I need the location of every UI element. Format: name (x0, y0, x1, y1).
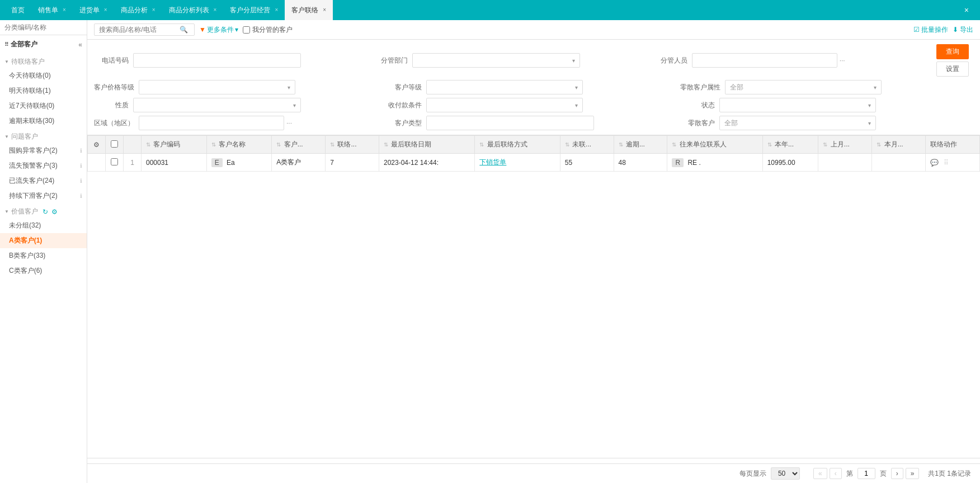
payment-select[interactable]: ▾ (426, 98, 583, 112)
sidebar-item-7day-pending[interactable]: 近7天待联络(0) (0, 98, 87, 113)
sidebar-root-header[interactable]: ⠿ 全部客户 « (0, 35, 87, 54)
col-last-method[interactable]: ⇅ 最后联络方式 (475, 136, 560, 154)
col-customer-type[interactable]: ⇅ 客户... (272, 136, 326, 154)
select-all-checkbox[interactable] (111, 140, 118, 148)
sidebar-search-input[interactable] (4, 23, 87, 31)
filter-cell-customer-grade: 客户等级 ▾ (387, 80, 680, 94)
region-input[interactable] (139, 116, 284, 130)
price-grade-select[interactable]: ▾ (139, 80, 295, 94)
page-navigation: « ‹ 第 页 › » (813, 468, 919, 479)
batch-op-label: 批量操作 (921, 25, 948, 35)
table-header-row: ⚙ ⇅ 客户编码 ⇅ 客户名称 (88, 136, 980, 154)
export-button[interactable]: ⬇ 导出 (953, 25, 973, 35)
sidebar-item-overdue-pending[interactable]: 逾期未联络(30) (0, 113, 87, 129)
nav-tab-analysis[interactable]: 商品分析 × (114, 0, 162, 20)
sidebar-group-value[interactable]: ▼ 价值客户 ↻ ⚙ (0, 203, 87, 218)
sidebar-group-problem[interactable]: ▼ 问题客户 (0, 129, 87, 143)
close-customer-contact-tab[interactable]: × (323, 0, 326, 20)
value-group-refresh[interactable]: ↻ (43, 208, 48, 216)
col-code-label: 客户编码 (153, 140, 180, 148)
nav-home[interactable]: 首页 (4, 0, 31, 20)
name-avatar: E (211, 158, 223, 167)
row-last-method: 下销货单 (475, 154, 560, 172)
col-contact-count[interactable]: ⇅ 联络... (326, 136, 379, 154)
col-actions: 联络动作 (926, 136, 980, 154)
sidebar-item-today-pending[interactable]: 今天待联络(0) (0, 68, 87, 83)
status-label: 状态 (680, 101, 719, 110)
col-no-contact[interactable]: ⇅ 未联... (560, 136, 614, 154)
page-size-select[interactable]: 50 (771, 467, 800, 480)
col-this-year[interactable]: ⇅ 本年... (762, 136, 818, 154)
name-text: Ea (227, 159, 235, 167)
col-last-date[interactable]: ⇅ 最后联络日期 (379, 136, 474, 154)
nav-tab-analysis-list[interactable]: 商品分析列表 × (162, 0, 224, 20)
first-page-button[interactable]: « (813, 468, 827, 479)
sidebar-item-class-a[interactable]: A类客户(1) (0, 233, 87, 248)
close-salesorder-tab[interactable]: × (63, 0, 66, 20)
last-page-button[interactable]: » (906, 468, 920, 479)
dept-select[interactable]: ▾ (412, 53, 580, 68)
col-customer-name[interactable]: ⇅ 客户名称 (206, 136, 272, 154)
filter-mine-checkbox[interactable] (243, 26, 250, 34)
close-analysis-list-tab[interactable]: × (214, 0, 217, 20)
close-customer-tier-tab[interactable]: × (275, 0, 278, 20)
nature-select[interactable]: ▾ (133, 98, 301, 112)
sidebar-item-declining-customer[interactable]: 持续下滑客户(2) ℹ (0, 188, 87, 203)
customer-type-input[interactable] (426, 116, 594, 130)
gear-icon[interactable]: ⚙ (93, 141, 100, 149)
nav-tab-salesorder[interactable]: 销售单 × (31, 0, 73, 20)
prev-page-button[interactable]: ‹ (830, 468, 842, 479)
status-select[interactable]: ▾ (719, 98, 876, 112)
sidebar-item-ungrouped[interactable]: 未分组(32) (0, 218, 87, 233)
row-no-contact: 55 (560, 154, 614, 172)
sidebar-item-class-b[interactable]: B类客户(33) (0, 248, 87, 263)
filter-search-icon[interactable]: 🔍 (180, 26, 188, 34)
problem-group-label: 问题客户 (11, 132, 38, 141)
filter-mine-checkbox-area[interactable]: 我分管的客户 (243, 25, 293, 35)
col-nocontact-label: 未联... (572, 140, 591, 148)
sidebar-collapse-button[interactable]: « (78, 41, 82, 49)
manager-input[interactable] (692, 53, 837, 68)
total-records-info: 共1页 1条记录 (928, 469, 971, 479)
region-ellipsis[interactable]: ··· (284, 119, 294, 127)
row-number: 1 (124, 154, 142, 172)
next-page-button[interactable]: › (891, 468, 903, 479)
phone-input[interactable] (133, 53, 301, 68)
filter-more-conditions[interactable]: ▼ 更多条件 ▾ (199, 25, 238, 35)
page-number-input[interactable] (858, 468, 875, 479)
sidebar-item-class-c[interactable]: C类客户(6) (0, 263, 87, 278)
sort-month-icon: ⇅ (877, 141, 881, 148)
col-overdue[interactable]: ⇅ 逾期... (614, 136, 667, 154)
nav-tab-purchase[interactable]: 进货单 × (73, 0, 114, 20)
sidebar-item-tomorrow-pending[interactable]: 明天待联络(1) (0, 83, 87, 98)
customer-grade-select[interactable]: ▾ (426, 80, 583, 94)
sidebar-item-loss-warning[interactable]: 流失预警客户(3) ℹ (0, 158, 87, 173)
window-close-button[interactable]: × (958, 0, 976, 20)
retail-customer-select[interactable]: 全部 ▾ (719, 116, 876, 130)
close-analysis-tab[interactable]: × (152, 0, 156, 20)
sidebar-item-abnormal-purchase[interactable]: 囤购异常客户(2) ℹ (0, 143, 87, 158)
sidebar-group-pending[interactable]: ▼ 待联络客户 (0, 54, 87, 68)
col-unit-contact[interactable]: ⇅ 往来单位联系人 (667, 136, 762, 154)
col-customer-code[interactable]: ⇅ 客户编码 (142, 136, 207, 154)
query-button[interactable]: 查询 (936, 44, 969, 59)
action-chat-icon[interactable]: 💬 (930, 159, 939, 167)
overdue-pending-label: 逾期未联络(30) (9, 116, 82, 126)
retail-attr-select[interactable]: 全部 ▾ (725, 80, 882, 94)
nav-tab-customer-contact[interactable]: 客户联络 × (285, 0, 333, 20)
col-this-month[interactable]: ⇅ 本月... (872, 136, 926, 154)
filter-search-input[interactable] (99, 26, 177, 34)
nav-tab-customer-tier[interactable]: 客户分层经营 × (223, 0, 285, 20)
col-last-month[interactable]: ⇅ 上月... (818, 136, 872, 154)
manager-ellipsis[interactable]: ··· (837, 56, 847, 64)
close-purchase-tab[interactable]: × (104, 0, 107, 20)
col-method-label: 最后联络方式 (487, 140, 527, 148)
last-method-link[interactable]: 下销货单 (479, 158, 506, 166)
row-checkbox[interactable] (111, 158, 118, 165)
horizontal-scrollbar[interactable] (87, 458, 980, 463)
sidebar-item-lost-customer[interactable]: 已流失客户(24) ℹ (0, 173, 87, 188)
value-group-settings[interactable]: ⚙ (51, 208, 58, 216)
action-more-icon[interactable]: ⠿ (944, 159, 949, 167)
setting-button[interactable]: 设置 (936, 61, 969, 77)
batch-operation-button[interactable]: ☑ 批量操作 (913, 25, 948, 35)
